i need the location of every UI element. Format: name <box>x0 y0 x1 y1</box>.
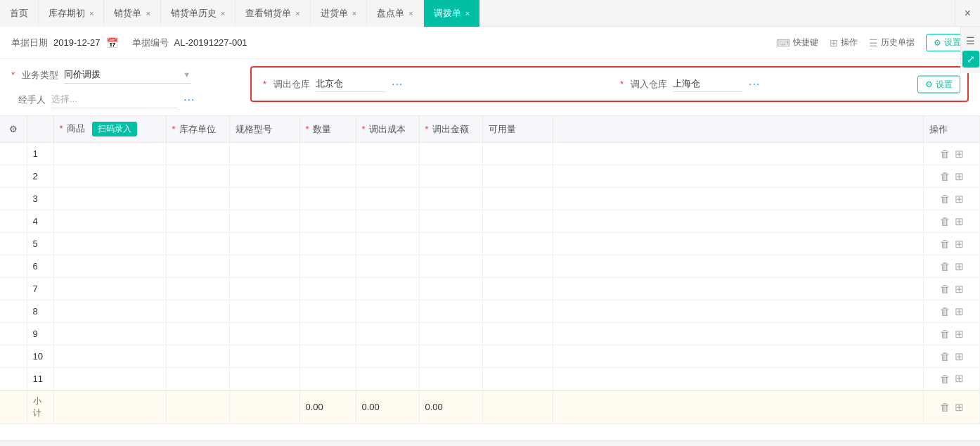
tab-sales-order-close[interactable]: × <box>146 9 150 18</box>
copy-row-icon[interactable]: ⊞ <box>955 350 964 363</box>
row-product-cell[interactable] <box>53 278 166 300</box>
tab-view-sales[interactable]: 查看销货单 × <box>236 0 310 27</box>
row-unit-cell[interactable] <box>166 300 229 323</box>
row-qty-cell[interactable] <box>299 233 356 255</box>
subtotal-copy-icon[interactable]: ⊞ <box>955 401 964 414</box>
row-qty-cell[interactable] <box>299 323 356 345</box>
row-unit-cell[interactable] <box>166 255 229 278</box>
copy-row-icon[interactable]: ⊞ <box>955 193 964 205</box>
handler-dropdown[interactable]: 选择... <box>51 91 178 108</box>
row-spec-cell[interactable] <box>229 278 299 300</box>
in-warehouse-more-icon[interactable]: ··· <box>749 79 760 90</box>
row-unit-cell[interactable] <box>166 188 229 210</box>
row-product-cell[interactable] <box>53 233 166 255</box>
copy-row-icon[interactable]: ⊞ <box>955 328 964 340</box>
tab-view-sales-close[interactable]: × <box>295 9 299 18</box>
row-amount-cell[interactable] <box>419 345 482 368</box>
row-cost-cell[interactable] <box>356 255 419 278</box>
delete-row-icon[interactable]: 🗑 <box>940 350 950 362</box>
delete-row-icon[interactable]: 🗑 <box>940 373 950 385</box>
row-unit-cell[interactable] <box>166 143 229 165</box>
row-avail-cell[interactable] <box>482 278 553 300</box>
row-cost-cell[interactable] <box>356 165 419 188</box>
row-avail-cell[interactable] <box>482 233 553 255</box>
row-avail-cell[interactable] <box>482 368 553 390</box>
tab-inventory-init-close[interactable]: × <box>89 9 94 18</box>
row-spec-cell[interactable] <box>229 345 299 368</box>
copy-row-icon[interactable]: ⊞ <box>955 238 964 250</box>
tab-purchase[interactable]: 进货单 × <box>311 0 367 27</box>
row-qty-cell[interactable] <box>299 300 356 323</box>
row-product-cell[interactable] <box>53 210 166 233</box>
tab-purchase-close[interactable]: × <box>352 9 356 18</box>
inline-setting-button[interactable]: ⚙ 设置 <box>917 75 960 93</box>
sidebar-expand-icon[interactable]: ⤢ <box>962 51 979 68</box>
row-cost-cell[interactable] <box>356 300 419 323</box>
delete-row-icon[interactable]: 🗑 <box>940 238 950 250</box>
tab-transfer[interactable]: 调拨单 × <box>424 0 480 27</box>
row-avail-cell[interactable] <box>482 300 553 323</box>
row-amount-cell[interactable] <box>419 233 482 255</box>
out-warehouse-value[interactable]: 北京仓 <box>316 76 386 92</box>
row-cost-cell[interactable] <box>356 210 419 233</box>
row-unit-cell[interactable] <box>166 233 229 255</box>
shortcuts-button[interactable]: ⌨ 快捷键 <box>776 37 818 49</box>
scan-button[interactable]: 扫码录入 <box>92 122 137 136</box>
row-amount-cell[interactable] <box>419 188 482 210</box>
row-qty-cell[interactable] <box>299 188 356 210</box>
row-product-cell[interactable] <box>53 165 166 188</box>
row-amount-cell[interactable] <box>419 165 482 188</box>
copy-row-icon[interactable]: ⊞ <box>955 215 964 228</box>
row-cost-cell[interactable] <box>356 323 419 345</box>
row-cost-cell[interactable] <box>356 368 419 390</box>
copy-row-icon[interactable]: ⊞ <box>955 372 964 385</box>
row-qty-cell[interactable] <box>299 210 356 233</box>
copy-row-icon[interactable]: ⊞ <box>955 260 964 273</box>
tab-transfer-close[interactable]: × <box>465 9 470 18</box>
row-product-cell[interactable] <box>53 143 166 165</box>
delete-row-icon[interactable]: 🗑 <box>940 328 950 340</box>
tab-inventory-count-close[interactable]: × <box>408 9 413 18</box>
row-spec-cell[interactable] <box>229 188 299 210</box>
row-spec-cell[interactable] <box>229 300 299 323</box>
in-warehouse-value[interactable]: 上海仓 <box>673 76 743 92</box>
row-spec-cell[interactable] <box>229 255 299 278</box>
row-qty-cell[interactable] <box>299 255 356 278</box>
row-product-cell[interactable] <box>53 345 166 368</box>
row-avail-cell[interactable] <box>482 210 553 233</box>
row-amount-cell[interactable] <box>419 278 482 300</box>
row-amount-cell[interactable] <box>419 323 482 345</box>
operations-button[interactable]: ⊞ 操作 <box>830 37 858 49</box>
delete-row-icon[interactable]: 🗑 <box>940 305 950 317</box>
row-product-cell[interactable] <box>53 188 166 210</box>
row-qty-cell[interactable] <box>299 143 356 165</box>
delete-row-icon[interactable]: 🗑 <box>940 193 950 205</box>
biz-type-dropdown[interactable]: 同价调拨 ▼ <box>64 66 191 84</box>
tab-sales-order[interactable]: 销货单 × <box>104 0 160 27</box>
delete-row-icon[interactable]: 🗑 <box>940 283 950 295</box>
tab-inventory-init[interactable]: 库存期初 × <box>39 0 104 27</box>
tab-sales-history-close[interactable]: × <box>221 9 225 18</box>
copy-row-icon[interactable]: ⊞ <box>955 283 964 295</box>
row-avail-cell[interactable] <box>482 188 553 210</box>
row-cost-cell[interactable] <box>356 345 419 368</box>
row-spec-cell[interactable] <box>229 210 299 233</box>
row-cost-cell[interactable] <box>356 188 419 210</box>
row-spec-cell[interactable] <box>229 165 299 188</box>
row-amount-cell[interactable] <box>419 300 482 323</box>
row-avail-cell[interactable] <box>482 323 553 345</box>
row-product-cell[interactable] <box>53 323 166 345</box>
table-gear-icon[interactable]: ⚙ <box>9 124 18 134</box>
close-all-tabs-button[interactable]: × <box>955 0 980 27</box>
history-button[interactable]: ☰ 历史单据 <box>869 37 915 49</box>
row-amount-cell[interactable] <box>419 368 482 390</box>
sidebar-list-icon[interactable]: ☰ <box>962 32 979 49</box>
copy-row-icon[interactable]: ⊞ <box>955 148 964 160</box>
row-qty-cell[interactable] <box>299 345 356 368</box>
row-cost-cell[interactable] <box>356 278 419 300</box>
delete-row-icon[interactable]: 🗑 <box>940 260 950 272</box>
out-warehouse-more-icon[interactable]: ··· <box>392 79 403 90</box>
row-cost-cell[interactable] <box>356 233 419 255</box>
row-qty-cell[interactable] <box>299 165 356 188</box>
col-gear[interactable]: ⚙ <box>0 116 27 143</box>
